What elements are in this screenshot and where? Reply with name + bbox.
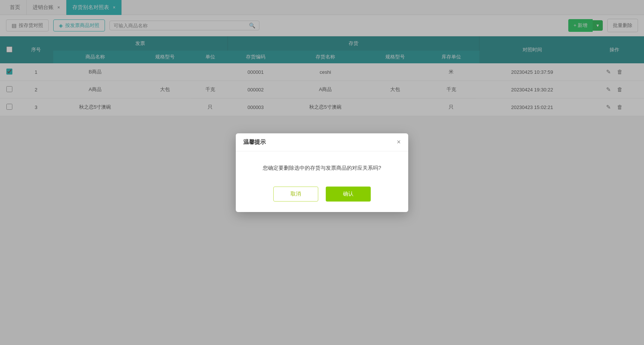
- dialog-overlay: 温馨提示 × 您确定要删除选中的存货与发票商品的对应关系吗? 取消 确认: [0, 0, 644, 116]
